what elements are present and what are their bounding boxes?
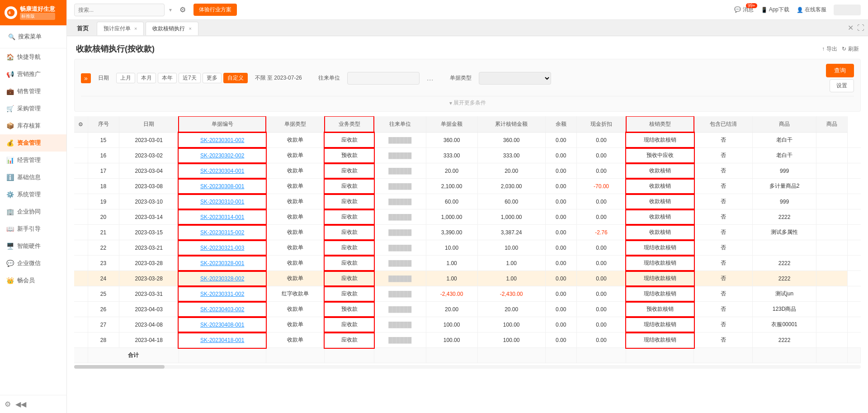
phone-icon: 📱 [761,7,768,13]
th-goods2: 商品 [816,116,848,133]
table-cell[interactable]: SK-20230403-002 [179,302,266,317]
table-cell: 预收款 [325,148,374,163]
table-cell: 0.00 [545,302,576,317]
table-cell[interactable]: SK-20230315-002 [179,225,266,240]
sidebar-item-purchase[interactable]: 🛒 采购管理 [0,100,66,117]
filter-dots[interactable]: ... [427,73,434,83]
table-cell[interactable]: SK-20230331-002 [179,286,266,302]
sidebar-item-basic-info[interactable]: ℹ️ 基础信息 [0,169,66,186]
table-cell: 2023-03-28 [119,256,179,271]
main-area: ▾ ⚙ 体验行业方案 💬 消息 99+ 📱 App下载 👤 在线客服 首页 [67,0,868,413]
topbar-gear-icon[interactable]: ⚙ [176,4,189,16]
table-cell[interactable]: SK-20230328-001 [179,256,266,271]
table-cell[interactable]: SK-20230304-001 [179,163,266,179]
search-menu-item[interactable]: 🔍 搜索菜单 [4,29,63,44]
operations-icon: 📊 [6,157,14,164]
query-btn[interactable]: 查询 [826,64,854,77]
date-btn-custom[interactable]: 自定义 [223,73,248,83]
sidebar-item-marketing[interactable]: 📢 营销推广 [0,66,66,83]
date-btn-this-year[interactable]: 本年 [158,73,177,83]
close-all-tabs-icon[interactable]: ✕ [848,24,854,32]
topbar-dropdown-icon[interactable]: ▾ [169,7,172,13]
table-scrollbar[interactable] [74,365,861,369]
table-cell: ██████ [374,133,426,148]
tab-collection-exec[interactable]: 收款核销执行 × [146,22,198,35]
table-cell[interactable]: SK-20230308-001 [179,179,266,194]
table-cell: 20.00 [426,302,477,317]
user-avatar[interactable] [834,5,861,15]
table-cell: 360.00 [477,133,545,148]
table-cell: 2222 [753,209,816,225]
expand-more-link[interactable]: ▾ 展开更多条件 [449,99,486,107]
table-cell[interactable]: SK-20230314-001 [179,209,266,225]
sidebar-item-operations[interactable]: 📊 经营管理 [0,152,66,169]
date-btn-more[interactable]: 更多 [203,73,222,83]
sidebar-item-wechat[interactable]: 💬 企业微信 [0,255,66,272]
table-scrollbar-thumb[interactable] [74,365,165,369]
online-service-btn[interactable]: 👤 在线客服 [797,6,826,14]
home-tab-label: 首页 [77,24,89,33]
maximize-icon[interactable]: ⛶ [857,24,864,32]
table-cell: 0.00 [545,317,576,332]
date-btn-7days[interactable]: 近7天 [179,73,201,83]
table-cell[interactable]: SK-20230321-003 [179,240,266,256]
service-icon: 👤 [797,7,803,13]
app-download-btn[interactable]: 📱 App下载 [761,6,789,14]
partner-filter-input[interactable] [347,72,420,85]
table-cell: 收款单 [266,179,325,194]
table-footer-row: 合计 [74,348,861,363]
tab-collection-exec-close[interactable]: × [189,26,191,31]
topbar-search-input[interactable] [74,4,165,16]
industry-btn[interactable]: 体验行业方案 [193,4,237,16]
table-cell: 27 [88,317,119,332]
table-cell[interactable]: SK-20230328-002 [179,271,266,286]
filter-expand-btn[interactable]: » [81,73,91,83]
th-gear[interactable]: ⚙ [74,116,88,133]
table-cell[interactable]: SK-20230408-001 [179,317,266,332]
collapse-icon[interactable]: ◀◀ [15,400,26,408]
table-cell[interactable]: SK-20230301-002 [179,133,266,148]
table-cell: ██████ [374,148,426,163]
message-btn[interactable]: 💬 消息 99+ [734,6,753,14]
sidebar-item-hardware[interactable]: 🖥️ 智能硬件 [0,237,66,255]
tab-home[interactable]: 首页 [71,22,95,35]
sidebar-item-corp[interactable]: 🏢 企业协同 [0,203,66,220]
sidebar-item-finance[interactable]: 💰 资金管理 [0,134,66,152]
table-cell: 2023-04-03 [119,302,179,317]
table-cell [74,133,88,148]
table-cell: 否 [694,225,753,240]
table-cell[interactable]: SK-20230418-001 [179,332,266,348]
date-btn-this-month[interactable]: 本月 [137,73,156,83]
tab-prepayment-close[interactable]: × [134,26,137,31]
settings-btn[interactable]: 设置 [830,79,854,92]
sidebar: 6 畅康道好生意 标推版 🔍 搜索菜单 🏠 快捷导航 📢 营销推广 💼 销售管理… [0,0,67,413]
slip-type-filter-select[interactable] [479,72,551,85]
table-cell: 0.00 [545,209,576,225]
footer-cell: 合计 [88,348,179,363]
tab-prepayment[interactable]: 预计应付单 × [97,22,144,35]
sidebar-item-quick-nav[interactable]: 🏠 快捷导航 [0,48,66,66]
guide-icon: 📖 [6,225,14,233]
export-btn[interactable]: ↑ 导出 [822,45,837,53]
sidebar-item-member[interactable]: 👑 畅会员 [0,272,66,289]
sidebar-item-system[interactable]: ⚙️ 系统管理 [0,186,66,203]
table-cell: 2222 [753,332,816,348]
app-logo-icon: 6 [5,6,17,19]
refresh-icon: ↻ [842,46,846,52]
settings-bottom-icon[interactable]: ⚙ [5,400,11,408]
table-cell: 测试多属性 [753,225,816,240]
table-cell[interactable]: SK-20230310-001 [179,194,266,209]
table-cell: 0.00 [576,194,626,209]
online-service-label: 在线客服 [805,6,826,14]
table-cell[interactable]: SK-20230302-002 [179,148,266,163]
table-cell: ██████ [374,271,426,286]
sidebar-item-guide[interactable]: 📖 新手引导 [0,220,66,237]
table-cell: 1.00 [426,271,477,286]
table-cell: 否 [694,317,753,332]
refresh-btn[interactable]: ↻ 刷新 [842,45,859,53]
date-btn-last-month[interactable]: 上月 [116,73,135,83]
table-cell: 2023-03-15 [119,225,179,240]
table-cell: 收款单 [266,163,325,179]
sidebar-item-sales[interactable]: 💼 销售管理 [0,83,66,100]
sidebar-item-inventory[interactable]: 📦 库存核算 [0,117,66,134]
